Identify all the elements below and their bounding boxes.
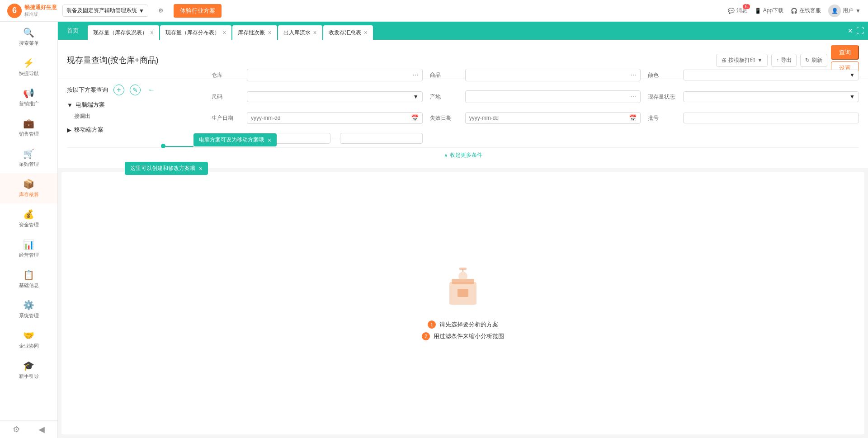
sidebar-item-operations[interactable]: 📊 经营管理	[0, 234, 57, 264]
chevron-down-icon: ▼	[413, 94, 419, 100]
tab-close-icon[interactable]: ×	[268, 29, 271, 36]
sidebar-item-system[interactable]: ⚙️ 系统管理	[0, 294, 57, 325]
filter-field-expire-date: 失效日期 📅	[430, 112, 641, 124]
edit-scheme-button[interactable]: ✎	[130, 85, 141, 95]
origin-select[interactable]: ···	[465, 90, 641, 103]
warehouse-select[interactable]: ···	[247, 69, 423, 81]
color-select[interactable]: ▼	[683, 70, 859, 80]
filter-field-batch: 批号	[648, 112, 859, 124]
app-download-button[interactable]: 📱 App下载	[755, 7, 783, 14]
chevron-down-icon: ▼	[139, 8, 144, 14]
search-button[interactable]: 查询	[831, 45, 859, 60]
sales-icon: 💼	[23, 118, 34, 129]
logo-icon: 6	[7, 4, 22, 18]
produce-date-picker[interactable]: 📅	[247, 112, 423, 124]
logo-area: 6 畅捷通好生意 标准版	[7, 4, 57, 18]
tab-inventory-status[interactable]: 现存量（库存状况表） ×	[88, 25, 159, 40]
search-icon: 🔍	[23, 27, 34, 38]
filter-fields: 仓库 ··· 商品 ···	[212, 65, 859, 147]
sidebar-item-marketing[interactable]: 📢 营销推广	[0, 82, 57, 113]
export-icon: ↑	[776, 57, 779, 63]
tooltip-close-button[interactable]: ×	[268, 137, 271, 144]
refresh-icon: ↻	[805, 57, 810, 63]
svg-rect-5	[459, 268, 467, 270]
arrow-scheme-button[interactable]: ←	[146, 85, 157, 95]
tab-inventory-dist[interactable]: 现存量（库存分布表） ×	[160, 25, 231, 40]
sidebar-item-purchase[interactable]: 🛒 采购管理	[0, 143, 57, 173]
tab-close-icon[interactable]: ×	[150, 29, 154, 36]
sidebar-item-inventory[interactable]: 📦 库存核算	[0, 173, 57, 203]
headset-icon: 🎧	[791, 8, 797, 14]
close-all-icon[interactable]: ×	[848, 26, 853, 36]
tooltip-text: 这里可以创建和修改方案哦	[130, 165, 195, 172]
add-scheme-button[interactable]: +	[113, 85, 124, 95]
online-service-button[interactable]: 🎧 在线客服	[791, 7, 821, 14]
tab-bar-right: × ⛶	[848, 26, 868, 36]
tooltip-create-scheme: 这里可以创建和修改方案哦 ×	[125, 162, 208, 175]
hint-number-2: 2	[422, 332, 430, 340]
size-select[interactable]: ▼	[247, 91, 423, 102]
tab-home[interactable]: 首页	[58, 22, 88, 40]
sidebar-nav: 🔍 搜索菜单 ⚡ 快捷导航 📢 营销推广 💼 销售管理 🛒 采购管理	[0, 22, 57, 420]
top-bar: 6 畅捷通好生意 标准版 装备及固定资产辅助管理系统 ▼ ⚙ 体验行业方案 💬 …	[0, 0, 868, 22]
product-select[interactable]: ···	[465, 69, 641, 81]
produce-date-input[interactable]	[251, 115, 409, 121]
expire-date-input[interactable]	[469, 115, 627, 121]
phone-icon: 📱	[755, 8, 761, 14]
sidebar-item-nav[interactable]: ⚡ 快捷导航	[0, 52, 57, 82]
tab-batch[interactable]: 库存批次账 ×	[232, 25, 277, 40]
message-badge: 6	[743, 4, 750, 9]
sidebar: 🔍 搜索菜单 ⚡ 快捷导航 📢 营销推广 💼 销售管理 🛒 采购管理	[0, 22, 58, 438]
tab-close-icon[interactable]: ×	[222, 29, 226, 36]
svg-rect-2	[458, 289, 468, 297]
filter-field-stock-status: 现存量状态 ▼	[648, 90, 859, 103]
collapse-sidebar-icon[interactable]: ◀	[38, 424, 45, 434]
sidebar-item-sales[interactable]: 💼 销售管理	[0, 113, 57, 143]
inventory-icon: 📦	[23, 179, 34, 189]
dots-icon: ···	[631, 93, 637, 101]
system-selector[interactable]: 装备及固定资产辅助管理系统 ▼	[62, 5, 148, 17]
stock-status-select[interactable]: ▼	[683, 91, 859, 102]
sidebar-item-search[interactable]: 🔍 搜索菜单	[0, 22, 57, 52]
tooltip-close-button-2[interactable]: ×	[199, 165, 203, 172]
tab-close-icon[interactable]: ×	[364, 29, 368, 36]
print-icon: 🖨	[721, 57, 726, 63]
chevron-up-icon: ∧	[444, 152, 448, 159]
fullscreen-icon[interactable]: ⛶	[856, 26, 864, 36]
marketing-icon: 📢	[23, 88, 34, 99]
sidebar-item-basic[interactable]: 📋 基础信息	[0, 264, 57, 294]
filter-field-warehouse: 仓库 ···	[212, 69, 423, 81]
empty-state: 1 请先选择要分析的方案 2 用过滤条件来缩小分析范围	[61, 172, 864, 434]
batch-input[interactable]	[683, 113, 859, 123]
tab-flow[interactable]: 出入库流水 ×	[278, 25, 322, 40]
sidebar-item-guide[interactable]: 🎓 新手引导	[0, 355, 57, 385]
chevron-down-icon: ▼	[67, 102, 73, 108]
avatar: 👤	[828, 5, 841, 17]
dots-icon: ···	[412, 71, 418, 79]
settings-bottom-icon[interactable]: ⚙	[13, 424, 20, 434]
stock-qty-max[interactable]	[340, 133, 423, 144]
guide-icon: 🎓	[23, 360, 34, 371]
connector-dot	[161, 144, 165, 148]
page-title: 现存量查询(按仓库+商品)	[67, 55, 159, 66]
tab-close-icon[interactable]: ×	[313, 29, 317, 36]
chevron-down-icon: ▼	[849, 94, 855, 100]
filter-field-product: 商品 ···	[430, 69, 641, 81]
top-right-area: 💬 消息 6 📱 App下载 🎧 在线客服 👤 用户 ▼	[728, 5, 861, 17]
expire-date-picker[interactable]: 📅	[465, 112, 641, 124]
settings-icon[interactable]: ⚙	[154, 4, 168, 18]
empty-icon	[440, 266, 486, 311]
hint-number-1: 1	[428, 320, 436, 329]
filter-field-color: 颜色 ▼	[648, 69, 859, 81]
tab-summary[interactable]: 收发存汇总表 ×	[323, 25, 373, 40]
sidebar-item-enterprise[interactable]: 🤝 企业协同	[0, 325, 57, 355]
content-area: 首页 现存量（库存状况表） × 现存量（库存分布表） × 库存批次账 × 出入库…	[58, 22, 868, 438]
filter-field-origin: 产地 ···	[430, 90, 641, 103]
collapse-bar[interactable]: ∧ 收起更多条件	[67, 147, 859, 163]
user-menu[interactable]: 👤 用户 ▼	[828, 5, 861, 17]
sidebar-item-finance[interactable]: 💰 资金管理	[0, 203, 57, 234]
industry-button[interactable]: 体验行业方案	[174, 4, 222, 18]
tooltip-text: 电脑方案可设为移动方案哦	[199, 136, 264, 144]
logo-text: 畅捷通好生意 标准版	[24, 4, 57, 18]
message-button[interactable]: 💬 消息 6	[728, 7, 747, 14]
